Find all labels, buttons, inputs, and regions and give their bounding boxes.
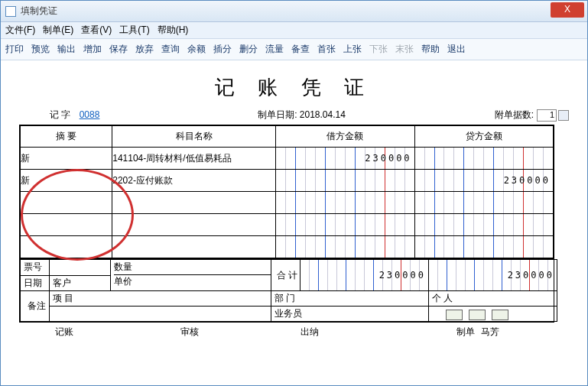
cell-abstract[interactable]: 新 [21,170,112,192]
price-label: 单价 [114,275,271,290]
tb-help[interactable]: 帮助 [421,43,440,56]
table-row[interactable]: 新2202-应付账款230000 [21,170,554,192]
table-row[interactable] [21,236,554,258]
table-row[interactable] [21,192,554,214]
table-row[interactable]: 新141104-周转材料/低值易耗品230000 [21,148,554,170]
bill-no-value[interactable] [50,260,111,276]
tb-insert[interactable]: 插分 [213,43,232,56]
cell-debit[interactable] [276,170,414,191]
grid-header: 摘 要 科目名称 借方金额 贷方金额 [21,126,554,148]
tb-save[interactable]: 保存 [109,43,128,56]
remark-label: 备注 [21,291,50,322]
tb-print[interactable]: 打印 [5,43,24,56]
tb-output[interactable]: 输出 [57,43,76,56]
cell-abstract[interactable] [21,236,112,258]
tb-exit[interactable]: 退出 [447,43,466,56]
salesman-label: 业务员 [275,308,302,319]
search-icon[interactable] [558,110,569,121]
tb-lookup[interactable]: 备查 [291,43,310,56]
cell-credit[interactable] [415,236,553,258]
toolbar: 打印 预览 输出 增加 保存 放弃 查询 余额 插分 删分 流量 备查 首张 上… [1,39,587,60]
cell-credit[interactable]: 230000 [415,170,553,191]
mini-icon-2[interactable] [469,310,486,320]
cell-abstract[interactable]: 新 [21,148,112,170]
mini-icon-1[interactable] [446,310,463,320]
footer-block: 票号 数量 单价 合 计 230000 [19,259,554,323]
date-label2: 日期 [21,275,50,291]
total-credit: 230000 [429,260,557,290]
sign-maker-name: 马芳 [475,326,551,339]
tb-preview[interactable]: 预览 [31,43,50,56]
mini-icon-3[interactable] [492,310,508,320]
cell-abstract[interactable] [21,214,112,236]
sign-audit: 审核 [109,326,270,339]
voucher-header: 记 字 0088 制单日期: 2018.04.14 附单据数: 1 [19,107,569,125]
cell-account[interactable] [112,192,276,214]
col-credit: 贷方金额 [414,126,553,148]
cell-credit[interactable] [415,148,553,169]
project-label: 项 目 [53,293,73,303]
tb-last[interactable]: 末张 [395,43,414,56]
tb-next[interactable]: 下张 [369,43,388,56]
sign-cashier: 出纳 [270,326,406,339]
tb-delete[interactable]: 删分 [239,43,258,56]
signature-row: 记账 审核 出纳 制单 马芳 [19,323,554,339]
qty-label: 数量 [114,261,271,275]
menu-help[interactable]: 帮助(H) [158,24,189,37]
app-window: 称(N) 填制凭证 X 文件(F) 制单(E) 查看(V) 工具(T) 帮助(H… [0,0,588,386]
cell-account[interactable] [112,236,276,258]
bill-no-label: 票号 [21,260,50,276]
tb-prev[interactable]: 上张 [343,43,362,56]
col-account: 科目名称 [112,126,276,148]
tb-abandon[interactable]: 放弃 [135,43,154,56]
cell-debit[interactable] [276,214,414,235]
sign-maker-label: 制单 [406,326,475,339]
table-row[interactable] [21,214,554,236]
menu-view[interactable]: 查看(V) [81,24,112,37]
tb-add[interactable]: 增加 [83,43,102,56]
sign-book: 记账 [19,326,109,339]
voucher-title: 记 账 凭 证 [19,74,569,101]
cell-abstract[interactable] [21,192,112,214]
close-button[interactable]: X [551,2,584,18]
tb-first[interactable]: 首张 [317,43,336,56]
person-label: 个 人 [432,293,453,303]
window-title: 填制凭证 [21,5,57,18]
cell-account[interactable]: 141104-周转材料/低值易耗品 [112,148,276,170]
titlebar: 填制凭证 X [1,1,587,22]
total-debit: 230000 [300,260,428,290]
col-abstract: 摘 要 [21,126,112,148]
cell-debit[interactable]: 230000 [276,148,414,169]
date-label: 制单日期: [258,109,297,120]
cell-credit[interactable] [415,214,553,235]
date-value[interactable]: 2018.04.14 [300,109,346,120]
tb-flow[interactable]: 流量 [265,43,284,56]
col-debit: 借方金额 [276,126,414,148]
customer-label: 客户 [50,275,111,291]
app-icon [5,6,16,17]
cell-credit[interactable] [415,192,553,213]
cell-account[interactable] [112,214,276,236]
voucher-grid: 摘 要 科目名称 借方金额 贷方金额 新141104-周转材料/低值易耗品230… [19,125,554,259]
voucher-number[interactable]: 0088 [80,109,100,120]
tb-balance[interactable]: 余额 [187,43,206,56]
tb-query[interactable]: 查询 [161,43,180,56]
menu-file[interactable]: 文件(F) [5,24,35,37]
attach-count-input[interactable]: 1 [537,109,557,122]
content: 记 账 凭 证 记 字 0088 制单日期: 2018.04.14 附单据数: … [1,60,587,345]
cell-account[interactable]: 2202-应付账款 [112,170,276,192]
menu-tool[interactable]: 工具(T) [119,24,149,37]
mini-icons [429,308,557,320]
type-label: 记 字 [50,109,70,120]
dept-label: 部 门 [275,293,295,303]
menu-make[interactable]: 制单(E) [43,24,73,37]
cell-debit[interactable] [276,192,414,213]
cell-debit[interactable] [276,236,414,258]
menubar: 文件(F) 制单(E) 查看(V) 工具(T) 帮助(H) [1,22,587,39]
attach-label: 附单据数: [495,109,534,122]
total-label: 合 计 [271,260,300,291]
